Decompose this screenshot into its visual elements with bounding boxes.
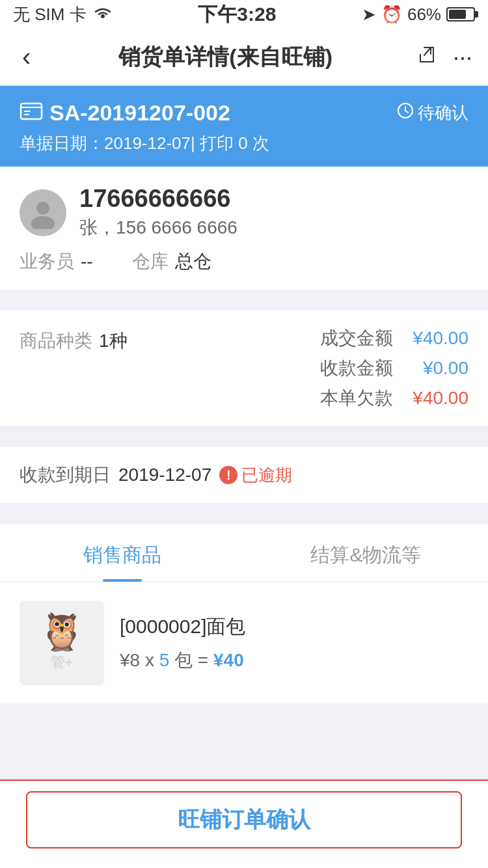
status-bar: 无 SIM 卡 下午3:28 ➤ ⏰ 66% bbox=[0, 0, 488, 29]
transaction-row: 成交金额 ¥40.00 bbox=[320, 326, 468, 351]
svg-line-0 bbox=[424, 47, 431, 55]
alarm-icon: ⏰ bbox=[381, 5, 402, 25]
received-label: 收款金额 bbox=[320, 356, 393, 381]
product-types: 商品种类 1种 bbox=[20, 326, 128, 353]
owed-value: ¥40.00 bbox=[403, 388, 468, 409]
transaction-label: 成交金额 bbox=[320, 326, 393, 351]
product-info: [0000002]面包 ¥8 x 5 包 = ¥40 bbox=[120, 614, 468, 673]
order-icon bbox=[20, 101, 43, 126]
salesperson-label: 业务员 bbox=[20, 249, 74, 274]
carrier-text: 无 SIM 卡 bbox=[13, 3, 87, 26]
customer-card: 17666666666 张，156 6666 6666 业务员 -- 仓库 总仓 bbox=[0, 167, 488, 290]
amounts-card: 商品种类 1种 成交金额 ¥40.00 收款金额 ¥0.00 本单欠款 ¥40.… bbox=[0, 310, 488, 426]
nav-actions: ··· bbox=[414, 42, 472, 72]
owed-label: 本单欠款 bbox=[320, 386, 393, 411]
salesperson-value: -- bbox=[81, 251, 93, 272]
divider-1 bbox=[0, 300, 488, 310]
more-icon[interactable]: ··· bbox=[453, 44, 472, 71]
customer-details: 业务员 -- 仓库 总仓 bbox=[20, 249, 468, 274]
due-date-value: 2019-12-07 bbox=[118, 465, 211, 485]
confirm-order-button[interactable]: 旺铺订单确认 bbox=[26, 791, 462, 848]
order-date-line: 单据日期：2019-12-07| 打印 0 次 bbox=[20, 132, 468, 155]
customer-top: 17666666666 张，156 6666 6666 bbox=[20, 185, 468, 240]
received-value: ¥0.00 bbox=[403, 358, 468, 379]
product-list: 🦉 管+ [0000002]面包 ¥8 x 5 包 = ¥40 bbox=[0, 582, 488, 704]
tabs-container: 销售商品 结算&物流等 bbox=[0, 524, 488, 582]
clock-icon bbox=[397, 102, 414, 124]
customer-avatar bbox=[20, 189, 66, 236]
product-item: 🦉 管+ [0000002]面包 ¥8 x 5 包 = ¥40 bbox=[0, 582, 488, 704]
divider-2 bbox=[0, 437, 488, 447]
order-id: SA-20191207-002 bbox=[49, 100, 230, 126]
divider-3 bbox=[0, 503, 488, 513]
svg-point-3 bbox=[36, 202, 49, 215]
customer-info: 17666666666 张，156 6666 6666 bbox=[79, 185, 237, 240]
product-qty: 5 bbox=[159, 650, 170, 670]
owed-row: 本单欠款 ¥40.00 bbox=[320, 386, 468, 411]
customer-name: 张，156 6666 6666 bbox=[79, 215, 237, 240]
product-types-label: 商品种类 bbox=[20, 329, 92, 353]
svg-point-4 bbox=[31, 216, 55, 229]
location-icon: ➤ bbox=[362, 5, 376, 25]
transaction-value: ¥40.00 bbox=[403, 328, 468, 349]
back-button[interactable]: ‹ bbox=[16, 36, 37, 78]
status-bar-left: 无 SIM 卡 bbox=[13, 3, 113, 26]
product-brand-text: 管+ bbox=[39, 653, 85, 672]
warehouse-label: 仓库 bbox=[132, 249, 169, 274]
page-title: 销货单详情(来自旺铺) bbox=[37, 42, 414, 72]
product-thumbnail: 🦉 管+ bbox=[20, 601, 104, 685]
received-row: 收款金额 ¥0.00 bbox=[320, 356, 468, 381]
confirm-button-container: 旺铺订单确认 bbox=[0, 780, 488, 868]
svg-rect-1 bbox=[21, 103, 42, 119]
due-date-label: 收款到期日 bbox=[20, 463, 111, 487]
overdue-warning-icon: ! bbox=[219, 466, 237, 484]
product-price: ¥8 bbox=[120, 650, 140, 670]
status-text: 待确认 bbox=[418, 102, 468, 124]
order-status: 待确认 bbox=[397, 102, 468, 124]
overdue-badge: ! 已逾期 bbox=[219, 464, 292, 487]
product-pricing: ¥8 x 5 包 = ¥40 bbox=[120, 648, 468, 673]
customer-phone: 17666666666 bbox=[79, 185, 237, 213]
product-types-value: 1种 bbox=[99, 329, 128, 353]
due-date-card: 收款到期日 2019-12-07 ! 已逾期 bbox=[0, 447, 488, 503]
overdue-text: 已逾期 bbox=[241, 464, 292, 487]
order-header-top: SA-20191207-002 待确认 bbox=[20, 100, 468, 126]
order-id-container: SA-20191207-002 bbox=[20, 100, 230, 126]
product-logo-icon: 🦉 bbox=[39, 614, 85, 650]
wifi-icon bbox=[93, 5, 113, 25]
product-unit: 包 bbox=[174, 650, 193, 670]
product-equals: = bbox=[198, 650, 213, 670]
product-multiply: x bbox=[145, 650, 159, 670]
order-header: SA-20191207-002 待确认 单据日期：2019-12-07| 打印 … bbox=[0, 86, 488, 167]
amounts-right: 成交金额 ¥40.00 收款金额 ¥0.00 本单欠款 ¥40.00 bbox=[320, 326, 468, 411]
tab-settlement-logistics[interactable]: 结算&物流等 bbox=[244, 524, 488, 582]
warehouse-value: 总仓 bbox=[175, 249, 211, 274]
status-bar-time: 下午3:28 bbox=[198, 1, 276, 28]
nav-bar: ‹ 销货单详情(来自旺铺) ··· bbox=[0, 29, 488, 86]
product-name: [0000002]面包 bbox=[120, 614, 468, 640]
tab-sales-products[interactable]: 销售商品 bbox=[0, 524, 244, 582]
status-bar-right: ➤ ⏰ 66% bbox=[362, 5, 475, 25]
battery-percentage: 66% bbox=[407, 5, 441, 25]
share-icon[interactable] bbox=[414, 42, 437, 72]
product-total: ¥40 bbox=[213, 650, 244, 670]
battery-icon bbox=[446, 7, 475, 21]
warehouse-item: 仓库 总仓 bbox=[132, 249, 211, 274]
salesperson-item: 业务员 -- bbox=[20, 249, 93, 274]
